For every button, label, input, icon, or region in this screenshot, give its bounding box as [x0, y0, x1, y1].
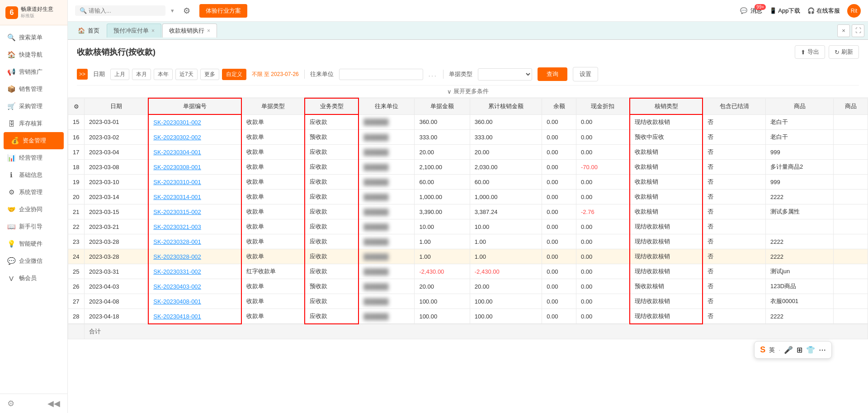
export-button[interactable]: ⬆ 导出 [795, 45, 825, 59]
refresh-button[interactable]: ↻ 刷新 [829, 45, 859, 59]
sidebar-item-quicknav[interactable]: 🏠快捷导航 [0, 46, 67, 63]
cell-discount: 0.00 [576, 234, 630, 249]
date-prev-month[interactable]: 上月 [110, 69, 129, 80]
sidebar-label-system: 系统管理 [19, 188, 42, 196]
expand-more-button[interactable]: ∨ 展开更多条件 [447, 87, 489, 95]
filter-expand-button[interactable]: >> [77, 69, 88, 80]
table-row: 28 2023-04-18 SK-20230418-001 收款单 应收款 ██… [68, 309, 868, 324]
cell-discount: 0.00 [576, 219, 630, 234]
cell-no: 22 [68, 219, 85, 234]
cell-code: SK-20230301-002 [148, 114, 241, 130]
user-avatar[interactable]: Rit [847, 4, 861, 18]
tab-payable[interactable]: 预付冲应付单 × [107, 24, 161, 38]
code-link[interactable]: SK-20230314-001 [153, 194, 201, 200]
phone-icon: 📱 [769, 7, 777, 14]
cell-product1: 999 [765, 145, 833, 160]
headset-icon: 🎧 [807, 7, 815, 14]
table-row: 27 2023-04-08 SK-20230408-001 收款单 应收款 ██… [68, 294, 868, 309]
industry-button[interactable]: 体验行业方案 [199, 4, 247, 18]
date-7days[interactable]: 近7天 [175, 69, 198, 80]
tab-maximize-button[interactable]: ⛶ [852, 24, 864, 37]
code-link[interactable]: SK-20230301-002 [153, 119, 201, 126]
app-download-button[interactable]: 📱 App下载 [769, 7, 800, 15]
cell-biz-type: 应收款 [305, 249, 359, 264]
cell-acc-amount: -2,430.00 [470, 264, 542, 279]
cell-settled: 否 [703, 264, 765, 279]
tab-collection[interactable]: 收款核销执行 × [162, 24, 217, 38]
table-container[interactable]: ⚙ 日期 单据编号 单据类型 业务类型 往来单位 单据金额 累计核销金额 余额 … [68, 98, 868, 413]
code-link[interactable]: SK-20230302-002 [153, 134, 201, 141]
tab-close-all-button[interactable]: × [837, 24, 850, 37]
cell-discount: 0.00 [576, 264, 630, 279]
chevron-down-icon: ▾ [171, 7, 174, 14]
filter-divider-2 [443, 70, 443, 79]
date-this-month[interactable]: 本月 [132, 69, 151, 80]
sidebar-item-system[interactable]: ⚙系统管理 [0, 184, 67, 201]
gear-button[interactable]: ⚙ [179, 4, 194, 18]
code-link[interactable]: SK-20230308-001 [153, 164, 201, 171]
cell-date: 2023-03-28 [85, 249, 149, 264]
sidebar-item-basic[interactable]: ℹ基础信息 [0, 166, 67, 184]
client-filter-input[interactable] [339, 69, 423, 80]
cell-biz-type: 应收款 [305, 160, 359, 175]
sidebar-item-newguide[interactable]: 📖新手引导 [0, 218, 67, 235]
cell-discount: 0.00 [576, 309, 630, 324]
query-button[interactable]: 查询 [538, 67, 567, 81]
sidebar-item-marketing[interactable]: 📢营销推广 [0, 63, 67, 81]
voucher-type-select[interactable] [478, 68, 532, 81]
sidebar-item-hardware[interactable]: 💡智能硬件 [0, 235, 67, 252]
cell-no: 25 [68, 264, 85, 279]
sidebar-label-marketing: 营销推广 [19, 68, 42, 76]
sidebar-item-wechat[interactable]: 💬企业微信 [0, 252, 67, 270]
collapse-icon[interactable]: ◀◀ [47, 399, 60, 408]
code-link[interactable]: SK-20230328-001 [153, 238, 201, 245]
sidebar-item-search[interactable]: 🔍搜索菜单 [0, 29, 67, 46]
date-this-year[interactable]: 本年 [154, 69, 173, 80]
cell-cancel-type: 现结收款核销 [630, 219, 703, 234]
tab-collection-close[interactable]: × [207, 28, 210, 34]
sougou-shirt-icon[interactable]: 👕 [806, 346, 815, 354]
code-link[interactable]: SK-20230331-002 [153, 268, 201, 275]
finance-icon: 💰 [11, 137, 19, 145]
sougou-grid-icon[interactable]: ⊞ [797, 346, 802, 354]
sidebar-item-purchase[interactable]: 🛒采购管理 [0, 98, 67, 115]
code-link[interactable]: SK-20230310-001 [153, 179, 201, 185]
cell-date: 2023-03-28 [85, 234, 149, 249]
code-link[interactable]: SK-20230304-001 [153, 149, 201, 156]
cell-code: SK-20230331-002 [148, 264, 241, 279]
sidebar-logo: 6 畅康道好生意 标推版 [0, 0, 67, 25]
code-link[interactable]: SK-20230321-003 [153, 223, 201, 230]
sidebar-item-inventory[interactable]: 🗄库存核算 [0, 115, 67, 132]
col-settings[interactable]: ⚙ [68, 98, 85, 114]
setting-button[interactable]: 设置 [573, 67, 598, 81]
code-link[interactable]: SK-20230408-001 [153, 298, 201, 305]
code-link[interactable]: SK-20230328-002 [153, 253, 201, 260]
marketing-icon: 📢 [7, 68, 15, 76]
cell-client: ██████ [359, 204, 415, 219]
online-service-button[interactable]: 🎧 在线客服 [807, 7, 840, 15]
code-link[interactable]: SK-20230315-002 [153, 209, 201, 215]
sidebar-label-newguide: 新手引导 [19, 223, 42, 231]
sidebar-item-finance[interactable]: 💰资金管理 [4, 132, 64, 149]
sidebar-item-operation[interactable]: 📊经营管理 [0, 149, 67, 166]
search-input[interactable] [89, 7, 161, 14]
voucher-type-label: 单据类型 [449, 70, 472, 78]
date-more[interactable]: 更多 [200, 69, 219, 80]
col-product1: 商品 [765, 98, 833, 114]
tab-payable-close[interactable]: × [151, 28, 155, 34]
sidebar-item-corp[interactable]: 🤝企业协同 [0, 201, 67, 218]
sidebar-item-sales[interactable]: 📦销售管理 [0, 81, 67, 98]
inventory-icon: 🗄 [7, 119, 15, 128]
date-custom[interactable]: 自定义 [222, 69, 246, 80]
sidebar-item-member[interactable]: V畅会员 [0, 270, 67, 287]
settings-icon[interactable]: ⚙ [7, 399, 14, 408]
sougou-more-icon[interactable]: ⋯ [819, 346, 826, 354]
message-button[interactable]: 💬 99+ 消息 [740, 7, 763, 15]
cell-product2 [834, 249, 868, 264]
tab-home[interactable]: 🏠 首页 [71, 24, 106, 38]
cell-biz-type: 应收款 [305, 175, 359, 190]
sougou-mic-icon[interactable]: 🎤 [784, 346, 793, 354]
code-link[interactable]: SK-20230403-002 [153, 283, 201, 290]
code-link[interactable]: SK-20230418-001 [153, 313, 201, 320]
cell-settled: 否 [703, 294, 765, 309]
